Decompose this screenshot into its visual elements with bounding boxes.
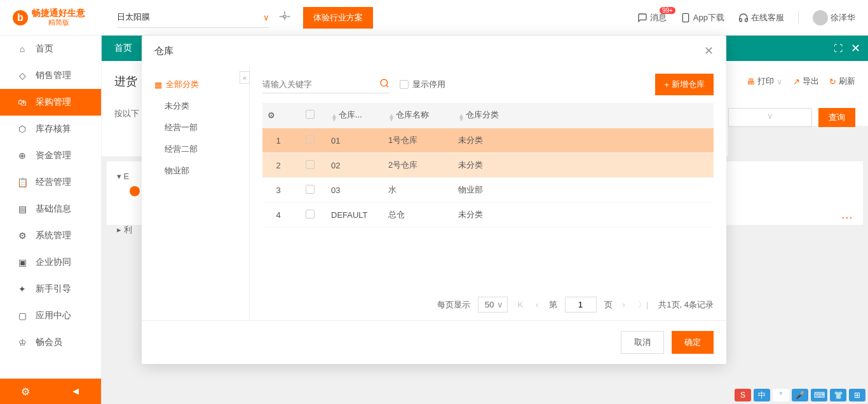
cell-name: 水 — [383, 178, 453, 203]
ime-tool-icon[interactable]: ⊞ — [849, 389, 865, 401]
page-prefix: 第 — [549, 299, 557, 311]
checkbox-icon — [306, 110, 315, 119]
column-label: 仓库... — [339, 110, 362, 119]
add-warehouse-button[interactable]: +新增仓库 — [655, 74, 714, 95]
column-label: 仓库分类 — [466, 110, 499, 119]
cell-category: 物业部 — [453, 178, 714, 203]
search-icon[interactable] — [379, 78, 390, 91]
ime-keyboard-icon[interactable]: ⌨ — [811, 389, 827, 401]
row-number: 2 — [262, 153, 294, 178]
row-checkbox[interactable] — [306, 135, 315, 144]
page-size-selector[interactable]: 50 ∨ — [478, 297, 507, 313]
ime-mic-icon[interactable]: 🎤 — [792, 389, 808, 401]
cell-name: 总仓 — [383, 203, 453, 227]
sort-icon: ▲▼ — [331, 114, 337, 121]
add-button-label: 新增仓库 — [672, 79, 705, 90]
pagination-total: 共1页, 4条记录 — [658, 299, 714, 311]
code-column-header[interactable]: ▲▼仓库... — [326, 103, 383, 128]
row-checkbox[interactable] — [306, 185, 315, 194]
row-number: 4 — [262, 203, 294, 227]
chevron-down-icon: ∨ — [497, 300, 503, 309]
modal-overlay: 仓库 ✕ « ▦全部分类 未分类 经营一部 经营二部 物业部 — [0, 0, 868, 404]
ime-skin-icon[interactable]: 👕 — [830, 389, 846, 401]
prev-page-button[interactable]: ‹ — [533, 300, 541, 309]
row-checkbox[interactable] — [306, 160, 315, 169]
sort-icon: ▲▼ — [458, 114, 465, 121]
row-checkbox[interactable] — [306, 210, 315, 219]
table-row[interactable]: 3 03 水 物业部 — [262, 178, 714, 203]
collapse-tree-button[interactable]: « — [240, 71, 250, 84]
cell-code: DEFAULT — [326, 203, 383, 227]
pagination: 每页显示 50 ∨ K ‹ 第 页 › 〉| 共1页, 4条记录 — [262, 284, 714, 313]
sort-icon: ▲▼ — [388, 114, 395, 121]
table-row[interactable]: 4 DEFAULT 总仓 未分类 — [262, 203, 714, 227]
cancel-button[interactable]: 取消 — [621, 331, 664, 354]
grid-icon: ▦ — [154, 80, 162, 90]
first-page-button[interactable]: K — [515, 300, 526, 309]
cell-category: 未分类 — [453, 203, 714, 227]
cell-name: 2号仓库 — [383, 153, 453, 178]
tree-root-label: 全部分类 — [166, 79, 199, 90]
search-input[interactable] — [262, 76, 390, 93]
table-row[interactable]: 1 01 1号仓库 未分类 — [262, 128, 714, 153]
checkbox-label: 显示停用 — [412, 79, 445, 90]
ime-punct-icon[interactable]: ° — [773, 389, 789, 401]
row-number: 1 — [262, 128, 294, 153]
name-column-header[interactable]: ▲▼仓库名称 — [383, 103, 453, 128]
tree-item[interactable]: 经营二部 — [142, 138, 249, 160]
category-column-header[interactable]: ▲▼仓库分类 — [453, 103, 714, 128]
row-number: 3 — [262, 178, 294, 203]
per-page-label: 每页显示 — [437, 299, 470, 311]
cell-category: 未分类 — [453, 153, 714, 178]
page-suffix: 页 — [604, 299, 613, 311]
cell-code: 01 — [326, 128, 383, 153]
ime-lang-icon[interactable]: 中 — [754, 389, 770, 401]
checkbox-column[interactable] — [294, 103, 326, 128]
modal-title: 仓库 — [154, 45, 173, 57]
last-page-button[interactable]: 〉| — [635, 299, 651, 311]
tree-root[interactable]: ▦全部分类 — [142, 74, 249, 95]
ime-icon[interactable]: S — [735, 389, 751, 401]
plus-icon: + — [664, 80, 669, 90]
checkbox-icon — [400, 80, 409, 89]
cell-code: 02 — [326, 153, 383, 178]
warehouse-modal: 仓库 ✕ « ▦全部分类 未分类 经营一部 经营二部 物业部 — [142, 36, 726, 364]
next-page-button[interactable]: › — [620, 300, 628, 309]
cell-code: 03 — [326, 178, 383, 203]
tree-item[interactable]: 物业部 — [142, 160, 249, 182]
confirm-button[interactable]: 确定 — [672, 331, 714, 354]
column-label: 仓库名称 — [396, 110, 429, 119]
cell-name: 1号仓库 — [383, 128, 453, 153]
os-taskbar-icons: S 中 ° 🎤 ⌨ 👕 ⊞ — [735, 389, 865, 401]
modal-close-icon[interactable]: ✕ — [704, 44, 714, 58]
svg-line-3 — [386, 85, 388, 87]
cell-category: 未分类 — [453, 128, 714, 153]
page-input[interactable] — [565, 297, 597, 313]
page-size-value: 50 — [485, 300, 494, 309]
tree-item[interactable]: 未分类 — [142, 95, 249, 117]
svg-point-2 — [381, 79, 388, 86]
settings-column[interactable]: ⚙ — [262, 103, 294, 128]
show-disabled-checkbox[interactable]: 显示停用 — [400, 79, 445, 90]
warehouse-table: ⚙ ▲▼仓库... ▲▼仓库名称 ▲▼仓库分类 1 01 1号仓库 — [262, 103, 714, 227]
table-row[interactable]: 2 02 2号仓库 未分类 — [262, 153, 714, 178]
tree-item[interactable]: 经营一部 — [142, 117, 249, 138]
category-tree: « ▦全部分类 未分类 经营一部 经营二部 物业部 — [142, 66, 250, 320]
